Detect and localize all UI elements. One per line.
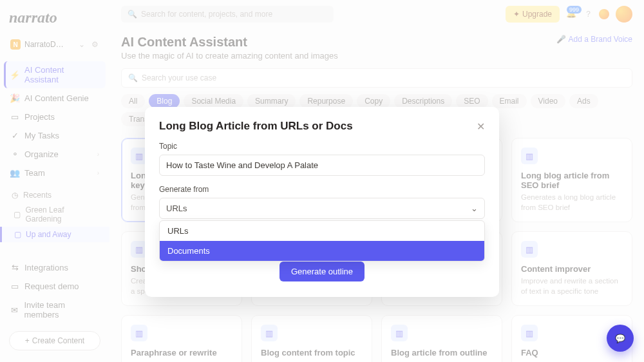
topic-label: Topic	[159, 142, 485, 151]
chevron-down-icon: ⌄	[471, 204, 478, 213]
modal-long-blog-urls-docs: Long Blog Article from URLs or Docs ✕ To…	[145, 107, 499, 297]
select-current: URLs	[166, 204, 187, 213]
generate-outline-button[interactable]: Generate outline	[279, 262, 365, 281]
option-documents[interactable]: Documents	[160, 241, 484, 261]
close-button[interactable]: ✕	[477, 120, 485, 133]
generate-from-select[interactable]: URLs ⌄	[159, 198, 485, 219]
modal-header: Long Blog Article from URLs or Docs ✕	[159, 120, 485, 133]
option-urls[interactable]: URLs	[160, 221, 484, 241]
chat-icon: 💬	[615, 334, 625, 343]
close-icon: ✕	[477, 121, 485, 132]
generate-from-label: Generate from	[159, 185, 485, 194]
topic-input[interactable]	[159, 155, 485, 176]
generate-from-dropdown: URLs Documents	[159, 220, 485, 262]
generate-from-select-wrap: URLs ⌄ URLs Documents	[159, 198, 485, 219]
chat-button[interactable]: 💬	[607, 325, 634, 352]
modal-title: Long Blog Article from URLs or Docs	[159, 120, 353, 133]
